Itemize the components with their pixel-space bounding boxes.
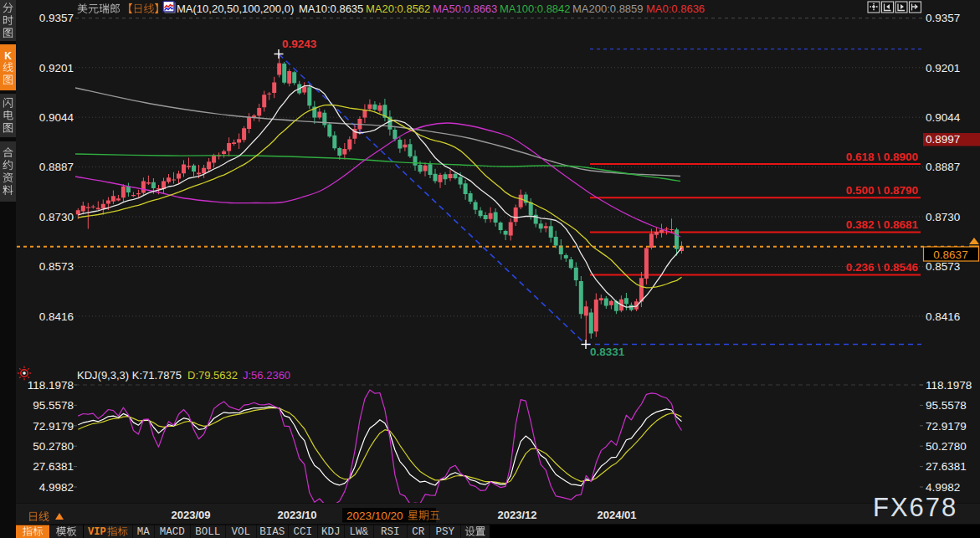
svg-text:BOLL: BOLL (195, 526, 220, 538)
svg-text:0.8637: 0.8637 (933, 249, 967, 261)
svg-text:27.6381: 27.6381 (926, 460, 967, 473)
svg-text:MA(10,20,50,100,200,0): MA(10,20,50,100,200,0) (177, 3, 294, 15)
svg-text:MA200:0.8859: MA200:0.8859 (572, 3, 644, 15)
svg-text:2023/10: 2023/10 (278, 509, 317, 521)
svg-text:MA: MA (137, 526, 151, 538)
svg-text:50.2780: 50.2780 (33, 440, 74, 453)
svg-text:FX678: FX678 (873, 493, 957, 522)
svg-text:0.8887: 0.8887 (39, 161, 74, 173)
svg-text:0.9201: 0.9201 (39, 62, 74, 74)
svg-text:D:79.5632: D:79.5632 (187, 369, 238, 382)
svg-text:RSI: RSI (381, 526, 400, 538)
svg-text:0.8331: 0.8331 (590, 346, 625, 358)
svg-text:95.5578: 95.5578 (33, 399, 74, 412)
svg-text:CR: CR (412, 526, 425, 538)
svg-text:118.1978: 118.1978 (28, 379, 74, 392)
svg-text:0.8730: 0.8730 (926, 211, 960, 223)
svg-text:0.9243: 0.9243 (282, 38, 317, 50)
svg-text:MACD: MACD (160, 526, 185, 538)
svg-text:0.8416: 0.8416 (39, 310, 74, 323)
svg-text:0.8887: 0.8887 (926, 161, 960, 173)
svg-text:0.9044: 0.9044 (926, 111, 961, 124)
svg-text:LW&: LW& (349, 526, 368, 538)
svg-text:BIAS: BIAS (259, 526, 285, 538)
svg-text:MA0:0.8636: MA0:0.8636 (646, 3, 705, 15)
svg-text:MA20:0.8562: MA20:0.8562 (366, 3, 430, 15)
svg-text:PSY: PSY (435, 526, 454, 538)
svg-text:KDJ(9,3,3) K:71.7875: KDJ(9,3,3) K:71.7875 (77, 369, 182, 382)
svg-text:27.6381: 27.6381 (33, 460, 74, 473)
svg-text:0.8573: 0.8573 (39, 260, 74, 273)
svg-text:0.500 \ 0.8790: 0.500 \ 0.8790 (846, 184, 918, 197)
svg-text:CCI: CCI (293, 526, 312, 538)
svg-text:72.9179: 72.9179 (926, 420, 967, 433)
svg-text:118.1978: 118.1978 (926, 379, 972, 392)
svg-text:0.618 \ 0.8900: 0.618 \ 0.8900 (846, 151, 918, 163)
svg-text:4.9982: 4.9982 (39, 481, 74, 494)
svg-text:0.236 \ 0.8546: 0.236 \ 0.8546 (846, 261, 919, 274)
svg-text:0.9044: 0.9044 (39, 111, 74, 124)
svg-text:72.9179: 72.9179 (33, 420, 74, 433)
svg-text:VOL: VOL (231, 526, 250, 538)
svg-text:MA50:0.8663: MA50:0.8663 (433, 3, 497, 15)
svg-text:0.8730: 0.8730 (39, 211, 74, 223)
svg-text:2023/10/20: 2023/10/20 (346, 510, 403, 522)
svg-text:0.8416: 0.8416 (926, 310, 960, 323)
svg-text:MA10:0.8635: MA10:0.8635 (299, 3, 363, 15)
svg-text:2023/09: 2023/09 (172, 509, 211, 521)
svg-text:95.5578: 95.5578 (926, 399, 967, 412)
svg-text:J:56.2360: J:56.2360 (243, 369, 290, 382)
svg-text:MA100:0.8842: MA100:0.8842 (500, 3, 571, 15)
svg-text:K: K (4, 50, 12, 62)
svg-text:2024/01: 2024/01 (598, 509, 637, 521)
svg-text:0.382 \ 0.8681: 0.382 \ 0.8681 (846, 218, 919, 231)
svg-text:0.8573: 0.8573 (926, 260, 960, 273)
svg-text:0.8997: 0.8997 (926, 133, 960, 146)
svg-text:4.9982: 4.9982 (926, 481, 960, 494)
svg-text:50.2780: 50.2780 (926, 440, 967, 453)
svg-text:0.9357: 0.9357 (926, 12, 960, 24)
svg-text:2023/12: 2023/12 (498, 509, 537, 521)
svg-text:0.9357: 0.9357 (39, 12, 74, 24)
svg-text:0.9201: 0.9201 (926, 62, 960, 74)
svg-text:KDJ: KDJ (321, 526, 341, 538)
svg-text:VIP: VIP (88, 526, 106, 538)
